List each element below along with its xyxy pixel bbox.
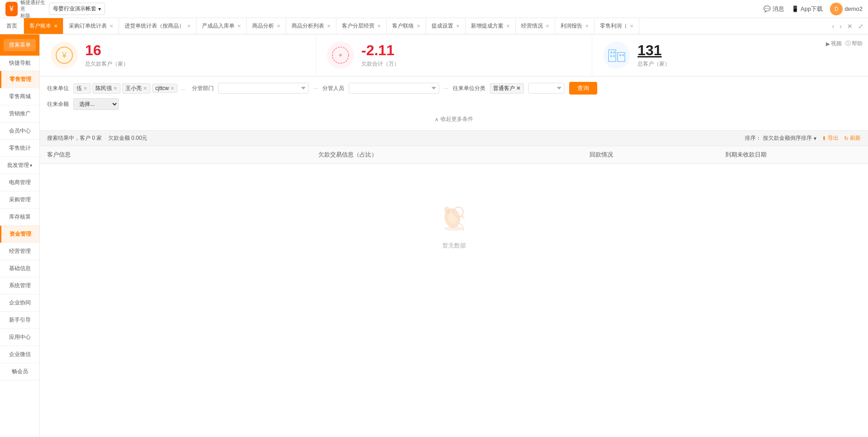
filter-tag-remove-3[interactable]: ✕ (170, 86, 174, 91)
app-download-button[interactable]: 📱 App下载 (791, 5, 823, 13)
tab-close-icon[interactable]: ✕ (237, 24, 241, 28)
sidebar-item-vip-member[interactable]: 畅会员 (0, 363, 39, 380)
sort-selector[interactable]: 排序： 按欠款金额倒序排序 ▾ (745, 134, 816, 142)
svg-line-16 (461, 215, 464, 218)
svg-rect-5 (618, 52, 625, 62)
svg-text:¥: ¥ (62, 51, 67, 60)
main-layout: 搜索菜单 快捷导航 零售管理 零售商城 营销推广 会员中心 零售统计 批发管理 … (0, 34, 868, 437)
sidebar-item-inventory[interactable]: 库存核算 (0, 209, 39, 226)
tab-customer-contact[interactable]: 客户联络 ✕ (387, 18, 426, 34)
svg-rect-9 (613, 55, 615, 57)
tab-close-icon[interactable]: ✕ (187, 24, 191, 28)
sidebar-quick-nav[interactable]: 快捷导航 (0, 56, 39, 71)
filter-tag-3: cjttcw ✕ (152, 84, 177, 93)
filter-classify-tag-remove[interactable]: ✕ (516, 85, 521, 91)
stat-label-total: 总客户（家） (638, 60, 670, 68)
tab-profit-report[interactable]: 利润报告 ✕ (555, 18, 595, 34)
sidebar-item-enterprise-wechat[interactable]: 企业微信 (0, 346, 39, 363)
sidebar-item-retail-stats[interactable]: 零售统计 (0, 140, 39, 157)
collapse-button[interactable]: ∧ 收起更多条件 (431, 114, 477, 125)
stat-icon-total (603, 42, 630, 69)
help-link[interactable]: ⓘ 帮助 (845, 40, 863, 48)
tab-purchase-order[interactable]: 采购订单统计表 ✕ (63, 18, 119, 34)
tab-next-icon[interactable]: › (838, 22, 844, 31)
tab-maximize-icon[interactable]: ⤢ (856, 22, 865, 31)
tab-product-analysis-list[interactable]: 商品分析列表 ✕ (286, 18, 336, 34)
tab-close-icon[interactable]: ✕ (327, 24, 331, 28)
filter-extra-row: 往来余额 选择... (47, 98, 861, 110)
tab-product-inbound[interactable]: 产成品入库单 ✕ (197, 18, 247, 34)
search-menu-button[interactable]: 搜索菜单 (4, 39, 36, 51)
filter-tag-remove-1[interactable]: ✕ (113, 86, 117, 91)
tab-close-icon[interactable]: ✕ (546, 24, 549, 28)
stat-debt-amount: ✦ -2.11 欠款合计（万） (316, 34, 592, 76)
dept-more-icon: ··· (313, 85, 318, 91)
sidebar-item-operation[interactable]: 经营管理 (0, 243, 39, 260)
tab-close-icon[interactable]: ✕ (630, 24, 633, 28)
tab-inbound-stats[interactable]: 进货单统计表（按商品） ✕ (119, 18, 197, 34)
chevron-down-icon: ▾ (98, 6, 101, 12)
tab-close-icon[interactable]: ✕ (456, 24, 460, 28)
query-button[interactable]: 查询 (569, 82, 597, 95)
filter-tag-remove-0[interactable]: ✕ (83, 86, 87, 91)
sidebar-item-system[interactable]: 系统管理 (0, 277, 39, 294)
tab-customer-account[interactable]: 客户账本 ✕ (24, 18, 63, 34)
svg-rect-8 (610, 55, 612, 57)
chevron-up-icon: ∧ (435, 116, 439, 123)
svg-rect-10 (619, 54, 621, 56)
tab-retail-profit[interactable]: 零售利润（ ✕ (595, 18, 639, 34)
filter-person-select[interactable] (349, 83, 439, 94)
sidebar-item-purchase[interactable]: 采购管理 (0, 191, 39, 209)
tab-close-icon[interactable]: ✕ (506, 24, 510, 28)
tab-close-icon[interactable]: ✕ (585, 24, 589, 28)
chevron-down-icon: ▾ (30, 163, 32, 168)
sidebar-item-new-guide[interactable]: 新手引导 (0, 312, 39, 329)
tab-close-icon[interactable]: ✕ (277, 24, 280, 28)
sidebar-item-retail-management[interactable]: 零售管理 (0, 71, 39, 88)
tab-product-analysis[interactable]: 商品分析 ✕ (247, 18, 286, 34)
sidebar-item-retail-store[interactable]: 零售商城 (0, 88, 39, 105)
video-link[interactable]: ▶ 视频 (826, 40, 842, 48)
tab-close-icon[interactable]: ✕ (110, 24, 113, 28)
refresh-icon: ↻ (844, 135, 849, 142)
logo-icon: ¥ (5, 2, 18, 16)
stat-info-total: 131 总客户（家） (638, 43, 670, 68)
refresh-button[interactable]: ↻ 刷新 (844, 134, 861, 142)
tab-operation-status[interactable]: 经营情况 ✕ (516, 18, 555, 34)
export-button[interactable]: ⬆ 导出 (822, 134, 839, 142)
tab-customer-segment[interactable]: 客户分层经营 ✕ (336, 18, 387, 34)
sidebar-item-app-center[interactable]: 应用中心 (0, 329, 39, 346)
sidebar-item-marketing[interactable]: 营销推广 (0, 105, 39, 123)
tab-home[interactable]: 首页 (0, 18, 24, 34)
sidebar-item-capital[interactable]: 资金管理 (0, 226, 39, 243)
tab-promotion-settings[interactable]: 提成设置 ✕ (426, 18, 465, 34)
message-button[interactable]: 💬 消息 (763, 5, 784, 13)
filter-tag-remove-2[interactable]: ✕ (143, 86, 147, 91)
sidebar-item-enterprise-coop[interactable]: 企业协同 (0, 294, 39, 312)
sidebar-item-ecommerce[interactable]: 电商管理 (0, 174, 39, 191)
user-menu[interactable]: D demo2 (830, 3, 863, 15)
tab-close-icon[interactable]: ✕ (377, 24, 381, 28)
tab-close-icon[interactable]: ✕ (417, 24, 420, 28)
sidebar-item-member-center[interactable]: 会员中心 (0, 123, 39, 140)
tab-close-icon[interactable]: ✕ (54, 24, 58, 28)
sidebar-item-basic-info[interactable]: 基础信息 (0, 260, 39, 277)
tab-new-promotion[interactable]: 新增提成方案 ✕ (465, 18, 516, 34)
filter-balance-label: 往来余额 (47, 100, 69, 108)
tab-close-all-icon[interactable]: ✕ (845, 22, 854, 31)
table-col-due-date: 到期未收款日期 (725, 151, 861, 159)
content-area: ¥ 16 总欠款客户（家） ✦ -2.11 欠款合计（ (40, 34, 868, 437)
filter-balance-select[interactable]: 选择... (73, 98, 119, 110)
svg-rect-7 (613, 52, 615, 53)
table-col-repayment: 回款情况 (590, 151, 725, 159)
tenant-selector[interactable]: 母婴行业演示帐套 ▾ (49, 3, 105, 15)
filter-classify-select[interactable] (528, 83, 565, 94)
summary-actions: 排序： 按欠款金额倒序排序 ▾ ⬆ 导出 ↻ 刷新 (745, 134, 861, 142)
summary-bar: 搜索结果中，客户 0 家 欠款金额 0.00元 排序： 按欠款金额倒序排序 ▾ … (40, 131, 868, 146)
filter-more-button[interactable]: ... (179, 84, 187, 92)
tab-prev-icon[interactable]: ‹ (830, 22, 836, 31)
logo-area: ¥ 畅捷通好生意 标版 (5, 0, 45, 19)
sidebar-item-wholesale[interactable]: 批发管理 ▾ (0, 157, 39, 174)
filter-dept-select[interactable] (218, 83, 309, 94)
debt-icon: ✦ (331, 46, 350, 64)
